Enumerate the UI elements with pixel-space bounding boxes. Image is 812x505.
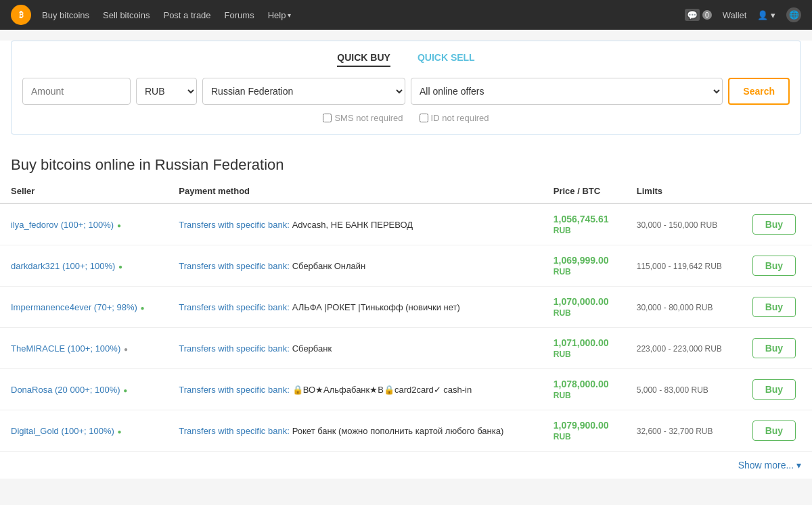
table-row: Impermanence4ever (70+; 98%) ● Transfers… [0,287,812,328]
seller-name-5[interactable]: Digital_Gold (100+; 100%) [11,426,114,436]
table-row: Digital_Gold (100+; 100%) ● Transfers wi… [0,410,812,452]
buy-button-0[interactable]: Buy [752,214,796,235]
currency-select[interactable]: RUB USD EUR [136,78,197,105]
table-row: TheMIRACLE (100+; 100%) ● Transfers with… [0,328,812,369]
seller-name-1[interactable]: darkdark321 (100+; 100%) [11,261,115,271]
nav-sell-bitcoins[interactable]: Sell bitcoins [103,10,150,20]
payment-method-1[interactable]: Transfers with specific bank: [179,261,290,271]
payment-detail-4: 🔒ВО★Альфабанк★В🔒card2card✓ cash-in [292,385,472,395]
price-value-5: 1,079,900.00 [554,420,615,431]
table-row: darkdark321 (100+; 100%) ● Transfers wit… [0,245,812,287]
price-currency-4: RUB [554,391,571,400]
price-value-1: 1,069,999.00 [554,255,615,266]
tab-quick-buy[interactable]: QUICK BUY [337,52,390,67]
col-seller: Seller [0,179,168,203]
payment-detail-5: Рокет банк (можно пополнить картой любог… [292,426,504,436]
chat-bubble-icon: 💬 [685,9,700,21]
tab-quick-sell[interactable]: QUICK SELL [418,52,475,67]
nav-help[interactable]: Help ▾ [268,10,292,20]
payment-method-0[interactable]: Transfers with specific bank: [179,220,290,230]
buy-button-5[interactable]: Buy [752,420,796,441]
buy-button-1[interactable]: Buy [752,256,796,276]
payment-detail-0: Advcash, НЕ БАНК ПЕРЕВОД [292,220,413,230]
header-right: 💬 0 Wallet 👤 ▾ 🌐 [685,7,801,22]
seller-name-0[interactable]: ilya_fedorov (100+; 100%) [11,220,114,230]
seller-name-2[interactable]: Impermanence4ever (70+; 98%) [11,302,137,312]
online-indicator-5: ● [116,428,122,435]
payment-method-4[interactable]: Transfers with specific bank: [179,385,290,395]
main-content: QUICK BUY QUICK SELL RUB USD EUR Russian… [0,41,812,479]
nav-forums[interactable]: Forums [225,10,254,20]
nav-buy-bitcoins[interactable]: Buy bitcoins [42,10,89,20]
limits-text-0: 30,000 - 150,000 RUB [637,220,717,230]
col-limits: Limits [626,179,742,203]
page-title: Buy bitcoins online in Russian Federatio… [0,145,812,179]
price-value-0: 1,056,745.61 [554,214,615,224]
limits-text-2: 30,000 - 80,000 RUB [637,303,713,312]
quick-options: SMS not required ID not required [22,113,790,123]
quick-section: QUICK BUY QUICK SELL RUB USD EUR Russian… [11,41,801,135]
quick-tabs: QUICK BUY QUICK SELL [22,52,790,67]
buy-button-2[interactable]: Buy [752,297,796,317]
buy-button-4[interactable]: Buy [752,379,796,400]
user-menu[interactable]: 👤 ▾ [757,10,775,20]
language-selector[interactable]: 🌐 [786,7,801,22]
col-payment: Payment method [168,179,543,203]
price-value-3: 1,071,000.00 [554,337,615,348]
buy-button-3[interactable]: Buy [752,338,796,358]
table-header-row: Seller Payment method Price / BTC Limits [0,179,812,203]
nav-post-trade[interactable]: Post a trade [163,10,210,20]
wallet-link[interactable]: Wallet [723,10,747,20]
amount-input[interactable] [22,78,131,105]
price-value-2: 1,070,000.00 [554,296,615,307]
price-currency-5: RUB [554,432,571,441]
header: ₿ Buy bitcoins Sell bitcoins Post a trad… [0,0,812,30]
show-more-row: Show more... ▾ [0,452,812,479]
price-currency-2: RUB [554,308,571,318]
main-nav: Buy bitcoins Sell bitcoins Post a trade … [42,10,685,20]
table-row: ilya_fedorov (100+; 100%) ● Transfers wi… [0,203,812,245]
col-action [742,179,812,203]
price-currency-1: RUB [554,267,571,276]
quick-form: RUB USD EUR Russian Federation United St… [22,78,790,105]
logo[interactable]: ₿ [11,5,31,25]
limits-text-3: 223,000 - 223,000 RUB [637,344,722,354]
country-select[interactable]: Russian Federation United States Germany [202,78,405,105]
payment-detail-3: Сбербанк [292,343,332,354]
online-indicator-2: ● [139,304,145,312]
payment-method-5[interactable]: Transfers with specific bank: [179,426,290,436]
price-value-4: 1,078,000.00 [554,379,615,389]
offers-table: Seller Payment method Price / BTC Limits… [0,179,812,452]
col-price: Price / BTC [543,179,626,203]
online-indicator-4: ● [122,387,128,394]
chat-count-badge: 0 [702,10,712,20]
price-currency-3: RUB [554,350,571,359]
offer-type-select[interactable]: All online offers Bank transfers Cash [411,78,723,105]
sms-not-required-option[interactable]: SMS not required [323,113,403,123]
limits-text-5: 32,600 - 32,700 RUB [637,427,713,436]
payment-method-2[interactable]: Transfers with specific bank: [179,302,290,312]
id-checkbox[interactable] [420,114,428,122]
limits-text-1: 115,000 - 119,642 RUB [637,262,722,271]
price-currency-0: RUB [554,226,571,235]
online-indicator-1: ● [116,263,122,270]
online-indicator-0: ● [115,222,121,229]
sms-checkbox[interactable] [323,114,332,122]
table-row: DonaRosa (20 000+; 100%) ● Transfers wit… [0,369,812,410]
limits-text-4: 5,000 - 83,000 RUB [637,385,708,395]
seller-name-4[interactable]: DonaRosa (20 000+; 100%) [11,385,120,395]
payment-detail-2: АЛЬФА |РОКЕТ |Тинькофф (новички нет) [292,302,460,312]
payment-method-3[interactable]: Transfers with specific bank: [179,343,290,354]
search-button[interactable]: Search [728,78,790,105]
chat-button[interactable]: 💬 0 [685,9,712,21]
online-indicator-3: ● [122,345,128,353]
seller-name-3[interactable]: TheMIRACLE (100+; 100%) [11,343,120,354]
payment-detail-1: Сбербанк Онлайн [292,261,366,271]
help-dropdown-arrow: ▾ [288,11,291,19]
id-not-required-option[interactable]: ID not required [420,113,489,123]
show-more-link[interactable]: Show more... ▾ [738,460,801,471]
